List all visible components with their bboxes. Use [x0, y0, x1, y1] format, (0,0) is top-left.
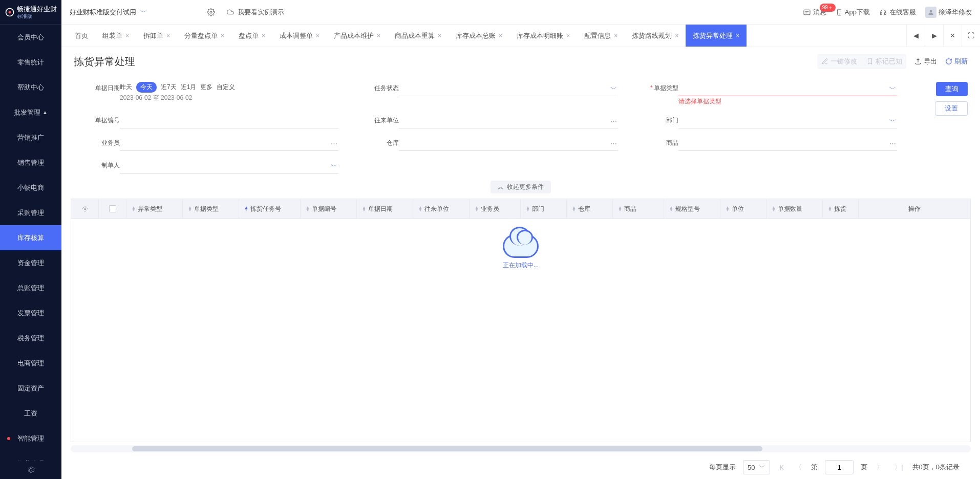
partner-select[interactable]: ⋯	[399, 114, 617, 128]
tab-拣货路线规划[interactable]: 拣货路线规划×	[625, 25, 686, 47]
close-icon[interactable]: ×	[736, 32, 739, 39]
tab-盘点单[interactable]: 盘点单×	[231, 25, 272, 47]
salesman-select[interactable]: ⋯	[120, 137, 338, 151]
pager-prev[interactable]: 〈	[793, 463, 804, 472]
perpage-select[interactable]: 50 ﹀	[743, 460, 770, 474]
chevron-down-icon: ﹀	[140, 8, 147, 17]
column-header[interactable]: ▲▼往来单位	[413, 199, 470, 219]
column-header[interactable]: ▲▼拣货	[823, 199, 859, 219]
tabs-prev[interactable]: ◀	[906, 25, 925, 47]
refresh-button[interactable]: 刷新	[945, 57, 968, 66]
column-header[interactable]: ▲▼部门	[521, 199, 567, 219]
export-button[interactable]: 导出	[914, 57, 937, 66]
sidebar-item-assets[interactable]: 固定资产	[0, 376, 61, 401]
pager-page-input[interactable]	[825, 460, 854, 474]
date-yesterday[interactable]: 昨天	[120, 83, 132, 92]
sidebar-item-retail-stats[interactable]: 零售统计	[0, 50, 61, 75]
sort-icon: ▲▼	[572, 206, 576, 211]
sidebar-item-ops[interactable]: 经营管理	[0, 451, 61, 461]
close-icon[interactable]: ×	[675, 32, 678, 39]
select-all-checkbox[interactable]	[99, 199, 126, 219]
doctype-select[interactable]: ﹀	[678, 82, 897, 96]
date-today[interactable]: 今天	[136, 82, 157, 93]
download-action[interactable]: App下载	[836, 8, 870, 17]
pager-last[interactable]: 〉|	[892, 463, 905, 472]
date-lastmonth[interactable]: 近1月	[181, 83, 197, 92]
column-header[interactable]: ▲▼异常类型	[126, 199, 183, 219]
column-header[interactable]: ▲▼商品	[613, 199, 664, 219]
tab-商品成本重算[interactable]: 商品成本重算×	[388, 25, 449, 47]
tab-首页[interactable]: 首页	[68, 25, 95, 47]
tab-拣货异常处理[interactable]: 拣货异常处理×	[686, 25, 747, 47]
tab-成本调整单[interactable]: 成本调整单×	[272, 25, 327, 47]
sidebar-item-inventory[interactable]: 库存核算	[0, 225, 61, 250]
sidebar-item-xiaochang[interactable]: 小畅电商	[0, 175, 61, 200]
tabs-next[interactable]: ▶	[925, 25, 943, 47]
tabs-close-all[interactable]: ✕	[943, 25, 962, 47]
date-more[interactable]: 更多	[200, 83, 212, 92]
horizontal-scrollbar[interactable]	[71, 445, 971, 452]
column-header[interactable]: ▲▼业务员	[470, 199, 521, 219]
support-action[interactable]: 在线客服	[879, 8, 916, 17]
close-icon[interactable]: ×	[499, 32, 502, 39]
taskstatus-select[interactable]: ﹀	[399, 82, 617, 96]
close-icon[interactable]: ×	[316, 32, 319, 39]
close-icon[interactable]: ×	[438, 32, 441, 39]
query-button[interactable]: 查询	[936, 82, 968, 96]
settings-icon[interactable]	[203, 4, 219, 20]
tab-产品成本维护[interactable]: 产品成本维护×	[327, 25, 388, 47]
product-selector[interactable]: 好业财标准版交付试用 ﹀	[70, 8, 203, 17]
collapse-filters[interactable]: ︽ 收起更多条件	[491, 181, 551, 193]
product-select[interactable]: ⋯	[678, 137, 897, 151]
column-header[interactable]: ▲▼单据类型	[183, 199, 239, 219]
sidebar-settings-icon[interactable]	[0, 461, 61, 479]
fullscreen-icon[interactable]: ⛶	[962, 25, 980, 47]
sidebar-item-wholesale[interactable]: 批发管理▲	[0, 100, 61, 125]
close-icon[interactable]: ×	[566, 32, 570, 39]
sidebar-item-help[interactable]: 帮助中心	[0, 75, 61, 100]
sidebar-item-smart[interactable]: 智能管理	[0, 426, 61, 451]
column-header[interactable]: ▲▼规格型号	[664, 199, 720, 219]
settings-button[interactable]: 设置	[935, 101, 968, 116]
column-header[interactable]: ▲▼拣货任务号	[239, 199, 301, 219]
docno-input[interactable]	[120, 114, 338, 128]
user-menu[interactable]: 徐泽华修改	[925, 7, 972, 18]
close-icon[interactable]: ×	[262, 32, 265, 39]
messages-action[interactable]: 消息 99＋	[803, 8, 826, 17]
sidebar-item-member[interactable]: 会员中心	[0, 25, 61, 50]
pager-next[interactable]: 〉	[875, 463, 885, 472]
sidebar-item-tax[interactable]: 税务管理	[0, 325, 61, 351]
column-header[interactable]: ▲▼单据数量	[766, 199, 823, 219]
sidebar-item-fund[interactable]: 资金管理	[0, 250, 61, 275]
dept-select[interactable]: ﹀	[678, 114, 897, 128]
column-header[interactable]: ▲▼仓库	[567, 199, 613, 219]
column-header[interactable]: ▲▼单据日期	[357, 199, 413, 219]
tab-库存成本明细账[interactable]: 库存成本明细账×	[509, 25, 577, 47]
close-icon[interactable]: ×	[166, 32, 170, 39]
sidebar-item-purchase[interactable]: 采购管理	[0, 200, 61, 225]
column-header[interactable]: ▲▼单据编号	[301, 199, 357, 219]
close-icon[interactable]: ×	[377, 32, 380, 39]
sidebar-item-ledger[interactable]: 总账管理	[0, 275, 61, 300]
close-icon[interactable]: ×	[614, 32, 617, 39]
sidebar-item-ecom[interactable]: 电商管理	[0, 351, 61, 376]
date-custom[interactable]: 自定义	[217, 83, 235, 92]
sidebar-item-marketing[interactable]: 营销推广	[0, 125, 61, 150]
date-last7[interactable]: 近7天	[161, 83, 177, 92]
sidebar-item-sales[interactable]: 销售管理	[0, 150, 61, 175]
tab-库存成本总账[interactable]: 库存成本总账×	[449, 25, 509, 47]
tab-分量盘点单[interactable]: 分量盘点单×	[177, 25, 231, 47]
sidebar-item-salary[interactable]: 工资	[0, 401, 61, 426]
maker-select[interactable]: ﹀	[120, 159, 338, 173]
warehouse-select[interactable]: ⋯	[399, 137, 617, 151]
close-icon[interactable]: ×	[221, 32, 224, 39]
close-icon[interactable]: ×	[125, 32, 129, 39]
tab-配置信息[interactable]: 配置信息×	[577, 25, 625, 47]
column-header[interactable]: ▲▼单位	[720, 199, 766, 219]
pager-first[interactable]: K	[777, 464, 786, 471]
demo-link[interactable]: 我要看实例演示	[225, 8, 284, 17]
table-settings-icon[interactable]	[71, 199, 99, 219]
sidebar-item-invoice[interactable]: 发票管理	[0, 300, 61, 325]
tab-拆卸单[interactable]: 拆卸单×	[136, 25, 177, 47]
tab-组装单[interactable]: 组装单×	[95, 25, 136, 47]
